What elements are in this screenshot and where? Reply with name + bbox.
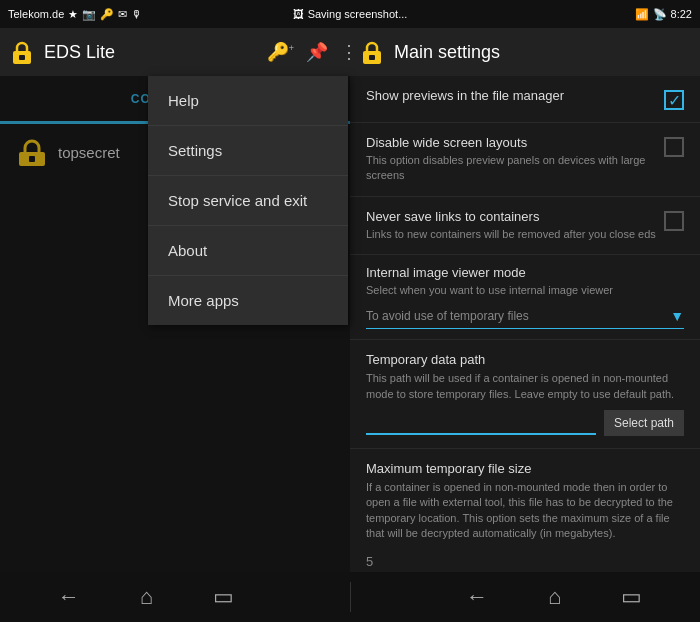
- wide-screen-desc: This option disables preview panels on d…: [366, 153, 656, 184]
- app-lock-icon: [8, 38, 36, 66]
- left-recent-button[interactable]: ▭: [213, 584, 234, 610]
- max-file-size-desc: If a container is opened in non-mounted …: [366, 480, 684, 542]
- max-file-size-section: Maximum temporary file size If a contain…: [350, 449, 700, 572]
- temp-path-label: Temporary data path: [366, 352, 684, 367]
- wide-screen-text: Disable wide screen layouts This option …: [366, 135, 664, 184]
- title-bar-left: EDS Lite 🔑+ 📌 ⋮: [8, 38, 358, 66]
- image-viewer-value[interactable]: To avoid use of temporary files ▼: [366, 304, 684, 329]
- show-previews-row[interactable]: Show previews in the file manager ✓: [350, 76, 700, 123]
- mic-icon: 🎙: [131, 8, 142, 20]
- svg-rect-1: [19, 55, 25, 60]
- mail-icon: ✉: [118, 8, 127, 21]
- max-file-size-value: 5: [366, 550, 406, 572]
- time-text: 8:22: [671, 8, 692, 20]
- right-back-button[interactable]: ←: [466, 584, 488, 610]
- nav-divider: [350, 582, 351, 612]
- left-home-button[interactable]: ⌂: [140, 584, 153, 610]
- temp-path-desc: This path will be used if a container is…: [366, 371, 684, 402]
- right-home-button[interactable]: ⌂: [548, 584, 561, 610]
- save-links-checkbox[interactable]: [664, 211, 684, 231]
- temp-path-section: Temporary data path This path will be us…: [350, 340, 700, 449]
- pin-icon[interactable]: 📌: [306, 41, 328, 63]
- wide-screen-label: Disable wide screen layouts: [366, 135, 656, 150]
- save-links-row[interactable]: Never save links to containers Links to …: [350, 197, 700, 255]
- image-viewer-desc: Select when you want to use internal ima…: [366, 284, 684, 296]
- saving-text: 🖼 Saving screenshot...: [293, 8, 408, 20]
- app-title: EDS Lite: [44, 42, 115, 63]
- signal-icon: 📡: [653, 8, 667, 21]
- status-bar-left: Telekom.de ★ 📷 🔑 ✉ 🎙: [8, 8, 142, 21]
- select-path-button[interactable]: Select path: [604, 410, 684, 436]
- bottom-nav: ← ⌂ ▭ ← ⌂ ▭: [0, 572, 700, 622]
- main-content: CONTAINERS topsecret Help Settings Stop …: [0, 76, 700, 572]
- menu-item-settings[interactable]: Settings: [148, 126, 348, 176]
- image-viewer-row[interactable]: Internal image viewer mode Select when y…: [350, 255, 700, 340]
- status-bar: Telekom.de ★ 📷 🔑 ✉ 🎙 🖼 Saving screenshot…: [0, 0, 700, 28]
- nav-right-section: ← ⌂ ▭: [466, 584, 642, 610]
- wide-screen-checkbox[interactable]: [664, 137, 684, 157]
- add-key-icon[interactable]: 🔑+: [267, 41, 294, 63]
- key-icon: 🔑: [100, 8, 114, 21]
- left-back-button[interactable]: ←: [58, 584, 80, 610]
- show-previews-label: Show previews in the file manager: [366, 88, 656, 103]
- dropdown-arrow-icon: ▼: [670, 308, 684, 324]
- svg-rect-3: [369, 55, 375, 60]
- overflow-icon[interactable]: ⋮: [340, 41, 358, 63]
- show-previews-text: Show previews in the file manager: [366, 88, 664, 106]
- title-bar-right: Main settings: [358, 38, 692, 66]
- camera-icon: 📷: [82, 8, 96, 21]
- status-bar-right: 📶 📡 8:22: [635, 8, 692, 21]
- menu-item-more-apps[interactable]: More apps: [148, 276, 348, 325]
- screenshot-icon: 🖼: [293, 8, 304, 20]
- menu-item-help[interactable]: Help: [148, 76, 348, 126]
- wide-screen-row[interactable]: Disable wide screen layouts This option …: [350, 123, 700, 197]
- wifi-icon: 📶: [635, 8, 649, 21]
- carrier-text: Telekom.de: [8, 8, 64, 20]
- nav-left-section: ← ⌂ ▭: [58, 584, 234, 610]
- right-recent-button[interactable]: ▭: [621, 584, 642, 610]
- save-links-label: Never save links to containers: [366, 209, 656, 224]
- image-viewer-label: Internal image viewer mode: [366, 265, 684, 280]
- show-previews-checkbox[interactable]: ✓: [664, 90, 684, 110]
- title-bar: EDS Lite 🔑+ 📌 ⋮ Main settings: [0, 28, 700, 76]
- save-links-text: Never save links to containers Links to …: [366, 209, 664, 242]
- section-title: Main settings: [394, 42, 500, 63]
- path-input-row: Select path: [366, 410, 684, 436]
- menu-item-about[interactable]: About: [148, 226, 348, 276]
- max-file-size-label: Maximum temporary file size: [366, 461, 684, 476]
- right-panel: Show previews in the file manager ✓ Disa…: [350, 76, 700, 572]
- star-icon: ★: [68, 8, 78, 21]
- title-actions: 🔑+ 📌 ⋮: [267, 41, 358, 63]
- path-input[interactable]: [366, 410, 596, 435]
- menu-item-stop-service[interactable]: Stop service and exit: [148, 176, 348, 226]
- save-links-desc: Links to new containers will be removed …: [366, 227, 656, 242]
- settings-lock-icon: [358, 38, 386, 66]
- dropdown-menu: Help Settings Stop service and exit Abou…: [148, 76, 348, 325]
